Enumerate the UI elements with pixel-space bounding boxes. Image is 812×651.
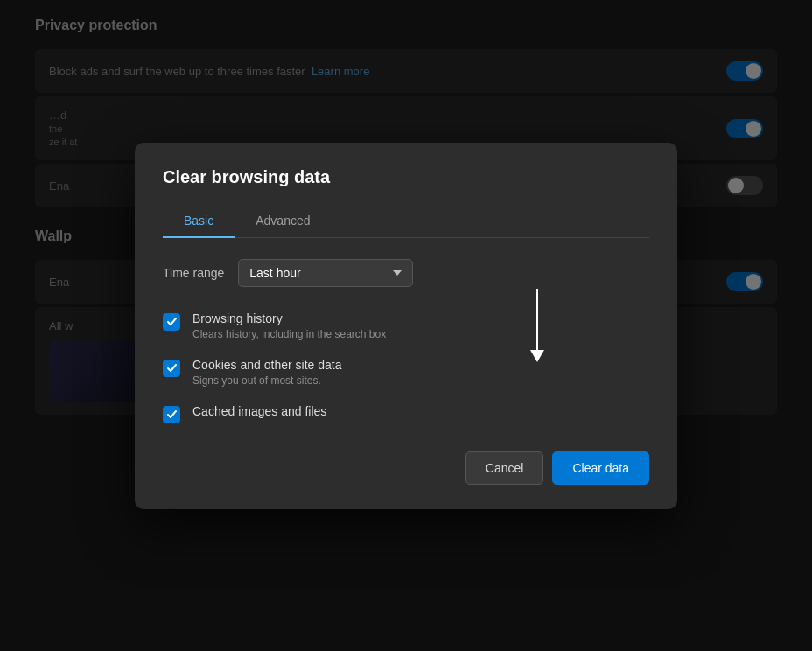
browsing-history-text: Browsing history Clears history, includi… bbox=[192, 312, 386, 340]
cached-images-text: Cached images and files bbox=[192, 404, 326, 418]
arrow-line bbox=[536, 289, 538, 350]
dialog-tabs: Basic Advanced bbox=[163, 205, 649, 238]
browsing-history-label: Browsing history bbox=[192, 312, 386, 326]
modal-overlay: Clear browsing data Basic Advanced Time … bbox=[0, 0, 812, 651]
cookies-desc: Signs you out of most sites. bbox=[192, 374, 341, 387]
dialog-footer: Cancel Clear data bbox=[163, 452, 649, 485]
cached-images-label: Cached images and files bbox=[192, 404, 326, 418]
chevron-down-icon bbox=[393, 270, 402, 276]
clear-browsing-data-dialog: Clear browsing data Basic Advanced Time … bbox=[135, 143, 677, 509]
browsing-history-checkbox[interactable] bbox=[163, 313, 180, 331]
browsing-history-desc: Clears history, including in the search … bbox=[192, 328, 386, 340]
cookies-label: Cookies and other site data bbox=[192, 358, 341, 372]
cached-images-checkbox[interactable] bbox=[163, 406, 180, 424]
time-range-value: Last hour bbox=[249, 266, 300, 280]
time-range-row: Time range Last hour bbox=[163, 259, 649, 287]
tab-basic[interactable]: Basic bbox=[163, 205, 234, 238]
time-range-label: Time range bbox=[163, 266, 224, 280]
cookies-item: Cookies and other site data Signs you ou… bbox=[163, 358, 649, 387]
cached-images-item: Cached images and files bbox=[163, 404, 649, 424]
clear-data-button[interactable]: Clear data bbox=[552, 452, 649, 485]
tab-advanced[interactable]: Advanced bbox=[234, 205, 331, 238]
cookies-text: Cookies and other site data Signs you ou… bbox=[192, 358, 341, 387]
cancel-button[interactable]: Cancel bbox=[466, 452, 544, 485]
time-range-select[interactable]: Last hour bbox=[238, 259, 413, 287]
cookies-checkbox[interactable] bbox=[163, 360, 180, 377]
pointer-arrow bbox=[530, 289, 544, 362]
browsing-history-item: Browsing history Clears history, includi… bbox=[163, 312, 649, 340]
dialog-title: Clear browsing data bbox=[163, 167, 649, 187]
arrow-head bbox=[530, 350, 544, 362]
